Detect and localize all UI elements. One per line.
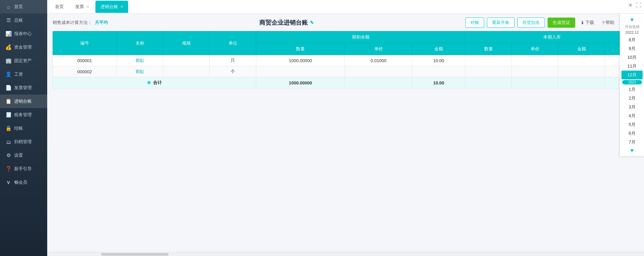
month-12[interactable]: 12月 <box>621 71 643 79</box>
sidebar-item-home[interactable]: ⌂ 首页 <box>0 0 47 14</box>
month-11[interactable]: 11月 <box>620 62 644 71</box>
col-name: 名称 <box>117 31 163 55</box>
col-opening-price: 单价 <box>345 43 412 55</box>
table-row: 000002 前缸 个 <box>53 66 639 77</box>
download-label: 下载 <box>585 20 594 26</box>
month-5[interactable]: 5月 <box>620 120 644 129</box>
sidebar: ⌂ 首页 ☰ 总账 📊 报表中心 💰 资金管理 🏢 固定资产 👤 工资 📄 发票… <box>0 0 47 256</box>
toolbar-actions: 对账 重新开账 存货别名 生成凭证 ⬇ 下载 ? 帮助 ↺ 刷新 <box>465 18 639 28</box>
month-2[interactable]: 2月 <box>620 94 644 103</box>
sidebar-item-label: 工资 <box>14 71 23 77</box>
month-nav-down[interactable]: ▼ <box>620 147 644 155</box>
scrollbar-thumb[interactable] <box>101 253 169 256</box>
row2-name-link[interactable]: 前缸 <box>136 69 144 74</box>
download-button[interactable]: ⬇ 下载 <box>578 18 597 27</box>
maximize-window-button[interactable]: ⛶ <box>636 2 641 8</box>
sidebar-item-label: 报表中心 <box>14 31 32 37</box>
row1-name: 前缸 <box>117 55 163 66</box>
sidebar-item-member[interactable]: V 畅会员 <box>0 176 47 189</box>
month-1[interactable]: 1月 <box>620 85 644 94</box>
sidebar-item-assets[interactable]: 🏢 固定资产 <box>0 54 47 68</box>
total-opening-amount: 10.00 <box>412 77 465 88</box>
row2-opening-qty <box>256 66 345 77</box>
page-title: 商贸企业进销台账 ✎ <box>259 19 314 27</box>
edit-title-icon[interactable]: ✎ <box>310 20 314 25</box>
month-6[interactable]: 6月 <box>620 129 644 138</box>
tab-invoice-label: 发票 <box>75 4 84 10</box>
page-content: 销售成本计算方法： 月平均 商贸企业进销台账 ✎ 对账 重新开账 存货别名 生成… <box>47 14 644 252</box>
row1-opening-qty: 1000.00000 <box>256 55 345 66</box>
tab-home-label: 首页 <box>55 4 64 10</box>
total-opening-price <box>345 77 412 88</box>
sidebar-item-ledger[interactable]: ☰ 总账 <box>0 14 47 27</box>
tab-bar: 首页 发票 × 进销台账 × <box>47 0 644 14</box>
sidebar-item-settings[interactable]: ⚙ 设置 <box>0 149 47 162</box>
save-alias-button[interactable]: 存货别名 <box>517 18 545 28</box>
row1-name-link[interactable]: 前缸 <box>136 58 144 63</box>
sidebar-item-guide[interactable]: ❓ 新手引导 <box>0 162 47 176</box>
horizontal-scrollbar[interactable] <box>47 252 644 256</box>
close-account-icon: 🔒 <box>5 125 11 131</box>
help-icon: ? <box>602 20 605 25</box>
month-7[interactable]: 7月 <box>620 138 644 147</box>
total-opening-qty: 1000.00000 <box>256 77 345 88</box>
sidebar-item-purchase-sales[interactable]: 📋 进销台账 <box>0 95 47 108</box>
col-current-in-qty: 数量 <box>465 43 512 55</box>
sidebar-item-label: 固定资产 <box>14 58 32 64</box>
month-year-2022: 2022.12 <box>620 30 644 35</box>
assets-icon: 🏢 <box>5 58 11 64</box>
reports-icon: 📊 <box>5 31 11 37</box>
purchase-sales-icon: 📋 <box>5 98 11 104</box>
col-code: 编号 <box>53 31 117 55</box>
month-9[interactable]: 9月 <box>620 44 644 53</box>
row2-code: 000002 <box>53 66 117 77</box>
sidebar-item-label: 畅会员 <box>14 179 27 185</box>
col-current-in-price: 单价 <box>512 43 558 55</box>
row2-current-in-price <box>512 66 558 77</box>
help-button[interactable]: ? 帮助 <box>599 18 617 27</box>
archive-icon: 🗂 <box>5 139 11 145</box>
month-nav-up[interactable]: ▲ <box>620 15 644 23</box>
reopen-button[interactable]: 重新开账 <box>487 18 515 28</box>
tab-invoice-close[interactable]: × <box>87 4 89 9</box>
month-4[interactable]: 4月 <box>620 111 644 120</box>
close-window-button[interactable]: ✕ <box>628 2 633 8</box>
col-current-in-amount: 金额 <box>558 43 605 55</box>
sidebar-item-reports[interactable]: 📊 报表中心 <box>0 27 47 41</box>
month-3[interactable]: 3月 <box>620 103 644 111</box>
sidebar-item-invoice-mgr[interactable]: 📄 发票管理 <box>0 81 47 95</box>
sidebar-item-salary[interactable]: 👤 工资 <box>0 68 47 81</box>
sidebar-item-label: 结账 <box>14 125 23 131</box>
sidebar-item-tax[interactable]: 🧾 税务管理 <box>0 108 47 122</box>
row2-name: 前缸 <box>117 66 163 77</box>
tab-home[interactable]: 首页 <box>50 1 69 13</box>
total-current-in-price <box>512 77 558 88</box>
generate-voucher-button[interactable]: 生成凭证 <box>548 18 575 28</box>
cost-method-label: 销售成本计算方法： <box>53 20 92 26</box>
sidebar-item-label: 总账 <box>14 17 23 23</box>
sidebar-item-label: 资金管理 <box>14 44 32 50</box>
data-table-container: 编号 名称 规格 单位 期初余额 本期入库 数量 单价 金额 数量 单价 金额 <box>53 31 639 88</box>
col-opening-balance: 期初余额 <box>256 31 465 43</box>
month-8[interactable]: 8月 <box>620 35 644 44</box>
ledger-icon: ☰ <box>5 17 11 23</box>
tab-purchase-sales[interactable]: 进销台账 × <box>95 1 128 13</box>
help-label: 帮助 <box>606 20 614 26</box>
sidebar-item-archive[interactable]: 🗂 归档管理 <box>0 135 47 149</box>
download-icon: ⬇ <box>581 20 584 25</box>
sidebar-item-close[interactable]: 🔒 结账 <box>0 122 47 135</box>
row1-opening-amount: 10.00 <box>412 55 465 66</box>
reconcile-button[interactable]: 对账 <box>465 18 484 28</box>
row2-unit: 个 <box>210 66 256 77</box>
row2-spec <box>163 66 210 77</box>
month-10[interactable]: 10月 <box>620 53 644 62</box>
page-title-text: 商贸企业进销台账 <box>259 19 308 27</box>
col-opening-amount: 金额 <box>412 43 465 55</box>
month-panel-header: 月份选择 <box>620 23 644 30</box>
tab-invoice[interactable]: 发票 × <box>70 1 94 13</box>
tab-purchase-sales-close[interactable]: × <box>121 4 123 9</box>
sidebar-item-label: 首页 <box>14 4 23 10</box>
sidebar-item-label: 进销台账 <box>14 98 32 104</box>
sidebar-item-funds[interactable]: 💰 资金管理 <box>0 41 47 54</box>
col-unit: 单位 <box>210 31 256 55</box>
